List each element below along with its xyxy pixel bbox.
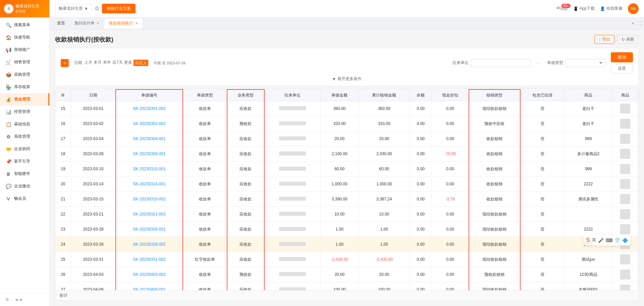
sidebar-item-operation[interactable]: 📊 经营管理 [0, 106, 49, 118]
cell-balance: 0.00 [410, 282, 432, 291]
sidebar-item-label: 系统管理 [14, 134, 30, 139]
watermark-puzzle-icon[interactable]: 🔷 [622, 238, 628, 243]
sidebar-item-collab[interactable]: 🤝 企业协同 [0, 143, 49, 155]
cell-writetype: 预收中应收 [469, 116, 521, 131]
cell-amount: 20.00 [320, 267, 359, 282]
tab-close-all-icon[interactable]: ✕ [631, 21, 635, 26]
date-custom[interactable]: 自定义 [133, 60, 148, 66]
billno-link[interactable]: SK-20230304-001 [133, 136, 165, 141]
search-icon: 🔍 [5, 22, 11, 28]
billno-link[interactable]: SK-20230310-001 [133, 167, 165, 171]
footer-total-label: 合计 [59, 293, 67, 298]
table-scroll-area[interactable]: ⚙ 日期 单据编号 单据类型 业务类型 往来单位 单据金额 累计核销金额 余额 … [55, 89, 638, 290]
sidebar: 6 畅康道好生意 标准版 🔍 搜索菜单 🏠 快捷导航 📢 营销推广 🛒 销售管理… [0, 0, 50, 306]
watermark-grid-icon[interactable]: ⌨ [606, 238, 612, 243]
cell-balance: 0.00 [410, 131, 432, 146]
cell-amount: 2,100.00 [320, 146, 359, 162]
date-more[interactable]: 更多 [124, 60, 132, 66]
watermark-shirt-icon[interactable]: 👕 [614, 238, 620, 243]
filter-settings-button[interactable]: 设置 [611, 64, 633, 73]
basic-icon: 📋 [5, 122, 11, 127]
date-this-month[interactable]: 本月 [94, 60, 102, 66]
query-button[interactable]: 查询 [611, 52, 633, 62]
cell-balance: 0.00 [410, 267, 432, 282]
date-this-year[interactable]: 本年 [103, 60, 111, 66]
sidebar-collapse-icon[interactable]: ◄◄ [14, 297, 22, 302]
tab-writeoff[interactable]: 收款核销执行 ✕ [104, 18, 143, 28]
table-row: 18 2023-03-08 SK-20230308-001 收款单 应收款 2,… [55, 146, 638, 162]
cell-partner [264, 116, 320, 131]
expand-more-button[interactable]: ▼ 展开更多条件 [332, 76, 362, 82]
cell-billtype: 收款单 [183, 192, 227, 207]
date-last-7days[interactable]: 近7天 [112, 60, 123, 66]
tab-prepay[interactable]: 预付应付单 ✕ [70, 18, 104, 28]
cell-no: 22 [55, 207, 71, 222]
billno-link[interactable]: SK-20230403-002 [133, 272, 165, 277]
sidebar-item-nav[interactable]: 🏠 快捷导航 [0, 31, 49, 44]
tab-prepay-close-icon[interactable]: ✕ [97, 21, 99, 25]
tab-writeoff-close-icon[interactable]: ✕ [135, 21, 138, 25]
sidebar-item-member[interactable]: V 畅会员 [0, 192, 49, 205]
watermark-mic-icon[interactable]: 🎤 [598, 238, 604, 243]
billno-link[interactable]: SK-20230331-002 [133, 257, 165, 262]
cell-incl: 否 [520, 116, 565, 131]
sidebar-item-weixin[interactable]: 💬 企业微信 [0, 180, 49, 192]
settings-gear-icon[interactable]: ⚙ [95, 5, 99, 12]
cell-discount: 0.00 [432, 177, 469, 192]
collab-icon: 🤝 [5, 146, 11, 152]
industry-solution-button[interactable]: 体验行业方案 [102, 4, 136, 13]
refresh-button[interactable]: ↻ 刷新 [617, 35, 639, 44]
partner-input[interactable] [471, 59, 531, 67]
user-avatar[interactable]: Rit [628, 3, 639, 14]
sidebar-item-marketing[interactable]: 📢 营销推广 [0, 44, 49, 56]
cell-amount: 20.00 [320, 131, 359, 146]
cell-writetype: 收款核销 [469, 192, 521, 207]
sidebar-item-search[interactable]: 🔍 搜索菜单 [0, 19, 49, 31]
cell-incl: 否 [520, 162, 565, 177]
date-last-month[interactable]: 上月 [84, 60, 92, 66]
app-download[interactable]: 📱 App下载 [573, 6, 595, 11]
billno-link[interactable]: SK-20230328-002 [133, 242, 165, 247]
sidebar-item-label: 采购管理 [14, 72, 30, 77]
billno-link[interactable]: SK-20230314-001 [133, 182, 165, 186]
col-settings[interactable]: ⚙ [55, 89, 71, 101]
table-row: 21 2023-03-15 SK-20230315-002 收款单 应收款 3,… [55, 192, 638, 207]
col-writeamt: 累计核销金额 [359, 89, 410, 101]
filter-more-dots[interactable]: ··· [536, 61, 542, 65]
cell-date: 2023-03-28 [71, 222, 116, 237]
cell-partner [264, 101, 320, 116]
sidebar-item-basic[interactable]: 📋 基础信息 [0, 118, 49, 130]
guide-icon: 📌 [5, 159, 11, 164]
billno-link[interactable]: SK-20230321-003 [133, 212, 165, 217]
billno-link[interactable]: SK-20230328-001 [133, 227, 165, 232]
message-area[interactable]: ✉ 消息 99+ [556, 6, 568, 11]
sidebar-item-sales[interactable]: 🛒 销售管理 [0, 56, 49, 68]
billno-link[interactable]: SK-20230302-002 [133, 121, 165, 126]
sidebar-item-purchase[interactable]: 📦 采购管理 [0, 68, 49, 81]
cell-partner [264, 146, 320, 162]
sidebar-item-finance[interactable]: 💰 资金管理 [0, 93, 49, 106]
billno-link[interactable]: SK-20230315-002 [133, 197, 165, 201]
type-select[interactable] [565, 59, 605, 67]
tab-home[interactable]: 首页 [52, 18, 70, 28]
cell-incl: 否 [520, 252, 565, 267]
online-service[interactable]: 👤 在线客服 [600, 6, 623, 11]
tab-fullscreen-icon[interactable]: ⛶ [637, 21, 641, 26]
cell-discount: 0.00 [432, 116, 469, 131]
cell-discount: 0.00 [432, 267, 469, 282]
page-header: 收款核销执行(按收款) ↑ 导出 ↻ 刷新 [55, 35, 639, 44]
sidebar-item-inventory[interactable]: 🏪 库存核算 [0, 81, 49, 93]
sidebar-settings-icon[interactable]: ⚙ [5, 297, 9, 302]
cell-balance: 0.00 [410, 146, 432, 162]
sidebar-item-hardware[interactable]: 🖥 智能硬件 [0, 168, 49, 180]
export-button[interactable]: ↑ 导出 [594, 35, 614, 44]
filter-expand-button[interactable]: » [61, 59, 69, 67]
billno-link[interactable]: SK-20230408-001 [133, 287, 165, 290]
company-dropdown[interactable]: 畅康道好生意 ▼ [55, 4, 92, 13]
sidebar-item-guide[interactable]: 📌 新手引导 [0, 155, 49, 168]
cell-partner [264, 131, 320, 146]
billno-link[interactable]: SK-20230308-001 [133, 151, 165, 156]
billno-link[interactable]: SK-20230301-002 [133, 106, 165, 111]
sidebar-item-system[interactable]: ⚙ 系统管理 [0, 130, 49, 143]
cell-partner [264, 267, 320, 282]
